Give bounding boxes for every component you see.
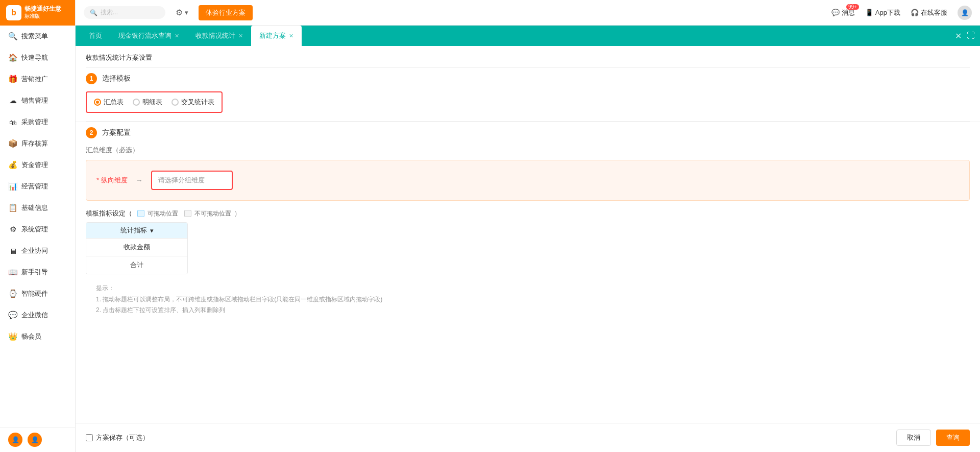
- save-plan-checkbox[interactable]: 方案保存（可选）: [86, 433, 149, 442]
- template-box: 汇总表 明细表 交叉统计表: [86, 91, 223, 113]
- service-label: 在线客服: [921, 8, 947, 17]
- sidebar-item-label: 系统管理: [21, 225, 48, 234]
- query-button[interactable]: 查询: [936, 430, 970, 446]
- radio-detail-label: 明细表: [142, 98, 162, 107]
- book-icon: 📖: [8, 268, 17, 277]
- radio-summary-circle: [94, 99, 101, 106]
- tips-section: 提示： 1. 拖动标题栏可以调整布局，不可跨维度或指标区域拖动栏目字段(只能在同…: [86, 276, 970, 323]
- step1-title: 选择模板: [102, 74, 131, 83]
- sidebar-item-operations[interactable]: 📊 经营管理: [0, 176, 75, 197]
- expand-icon[interactable]: ⛶: [967, 31, 975, 41]
- sidebar-item-purchase[interactable]: 🛍 采购管理: [0, 111, 75, 133]
- draggable-box-icon: [137, 210, 144, 217]
- step2-num: 2: [86, 127, 97, 138]
- tab-home[interactable]: 首页: [81, 26, 110, 46]
- money-icon: 💰: [8, 160, 17, 170]
- non-draggable-box-icon: [184, 210, 191, 217]
- sidebar-footer-icon2[interactable]: 👤: [28, 433, 42, 447]
- sidebar-item-label: 资金管理: [21, 160, 48, 170]
- box-icon: 📦: [8, 139, 17, 148]
- sidebar-item-finance[interactable]: 💰 资金管理: [0, 154, 75, 176]
- sidebar-item-system[interactable]: ⚙ 系统管理: [0, 219, 75, 240]
- download-label: App下载: [875, 8, 900, 17]
- tab-bank-flow-label: 现金银行流水查询: [118, 31, 172, 40]
- tab-collection-stat-close[interactable]: ✕: [238, 33, 243, 39]
- sidebar-item-quick-nav[interactable]: 🏠 快速导航: [0, 47, 75, 68]
- search-menu-icon: 🔍: [8, 32, 17, 41]
- sidebar-item-label: 销售管理: [21, 96, 48, 105]
- metrics-row-amount-label: 收款金额: [124, 243, 150, 251]
- tab-collection-stat[interactable]: 收款情况统计 ✕: [187, 26, 251, 46]
- metrics-table: 统计指标 ▾ 收款金额 合计: [86, 222, 188, 274]
- sidebar-item-corp-collab[interactable]: 🖥 企业协同: [0, 240, 75, 261]
- industry-btn[interactable]: 体验行业方案: [199, 5, 253, 20]
- cancel-button[interactable]: 取消: [896, 430, 931, 446]
- arrow-icon: →: [136, 176, 143, 184]
- metrics-table-header[interactable]: 统计指标 ▾: [86, 223, 187, 239]
- sidebar-item-inventory[interactable]: 📦 库存核算: [0, 133, 75, 154]
- step1-header: 1 选择模板: [86, 73, 970, 84]
- content-area: 收款情况统计方案设置 1 选择模板 汇总表 明: [76, 46, 980, 452]
- sidebar-item-sales[interactable]: ☁ 销售管理: [0, 90, 75, 111]
- radio-detail[interactable]: 明细表: [133, 98, 162, 107]
- sidebar-item-guide[interactable]: 📖 新手引导: [0, 261, 75, 283]
- service-btn[interactable]: 🎧 在线客服: [911, 8, 947, 17]
- close-tab-icon[interactable]: ✕: [955, 31, 962, 41]
- sidebar-item-smart-hw[interactable]: ⌚ 智能硬件: [0, 283, 75, 304]
- sidebar-item-search-menu[interactable]: 🔍 搜索菜单: [0, 26, 75, 47]
- tabs-right-controls: ✕ ⛶: [955, 31, 975, 41]
- search-box[interactable]: 🔍 搜索...: [84, 6, 165, 19]
- sidebar: b 畅捷通好生意 标准版 🔍 搜索菜单 🏠 快速导航 🎁 营销推广 ☁ 销售管理…: [0, 0, 76, 452]
- tab-new-plan[interactable]: 新建方案 ✕: [251, 26, 302, 46]
- message-badge: 99+: [846, 4, 859, 10]
- dropdown-icon[interactable]: ▾: [185, 9, 188, 16]
- sidebar-logo-sub: 标准版: [24, 13, 61, 20]
- sidebar-item-label: 快速导航: [21, 53, 48, 62]
- footer: 方案保存（可选） 取消 查询: [76, 423, 980, 452]
- dimension-placeholder: 请选择分组维度: [158, 176, 205, 184]
- settings-icon[interactable]: ⚙: [176, 8, 183, 17]
- sidebar-item-basic-info[interactable]: 📋 基础信息: [0, 197, 75, 219]
- tab-collection-stat-label: 收款情况统计: [195, 31, 235, 40]
- tab-bank-flow-close[interactable]: ✕: [175, 33, 179, 39]
- tab-bank-flow[interactable]: 现金银行流水查询 ✕: [110, 26, 187, 46]
- download-btn[interactable]: 📱 App下载: [865, 8, 900, 17]
- sidebar-item-label: 新手引导: [21, 268, 48, 277]
- message-btn[interactable]: 💬 消息 99+: [831, 8, 855, 17]
- tip1: 1. 拖动标题栏可以调整布局，不可跨维度或指标区域拖动栏目字段(只能在同一维度或…: [96, 294, 382, 305]
- monitor-icon: 🖥: [8, 247, 17, 255]
- tab-new-plan-close[interactable]: ✕: [289, 33, 293, 39]
- save-plan-label: 方案保存（可选）: [96, 433, 149, 442]
- metrics-label-text: 模板指标设定（: [86, 209, 132, 218]
- sidebar-footer-icon1[interactable]: 👤: [8, 433, 22, 447]
- sidebar-item-marketing[interactable]: 🎁 营销推广: [0, 68, 75, 90]
- sidebar-item-corp-wechat[interactable]: 💬 企业微信: [0, 304, 75, 326]
- step1-section: 1 选择模板 汇总表 明细表: [76, 68, 980, 121]
- step2-header: 2 方案配置: [86, 127, 970, 138]
- sidebar-item-member[interactable]: 👑 畅会员: [0, 326, 75, 347]
- radio-cross[interactable]: 交叉统计表: [172, 98, 214, 107]
- user-avatar[interactable]: 👤: [958, 6, 972, 20]
- metrics-col-label: 统计指标: [120, 226, 147, 235]
- gift-icon: 🎁: [8, 75, 17, 84]
- hint-suffix: ）: [234, 209, 240, 218]
- sidebar-item-label: 搜索菜单: [21, 32, 48, 41]
- header: 🔍 搜索... ⚙ ▾ 体验行业方案 💬 消息 99+ 📱 App下载 🎧 在线…: [76, 0, 980, 26]
- save-plan-input[interactable]: [86, 434, 93, 441]
- headset-icon: 🎧: [911, 9, 919, 16]
- download-icon: 📱: [865, 9, 873, 16]
- dimension-area: * 纵向维度 → 请选择分组维度: [86, 160, 970, 201]
- hint-non-draggable-label: 不可拖动位置: [194, 209, 231, 218]
- home-icon: 🏠: [8, 53, 17, 62]
- page-title: 收款情况统计方案设置: [76, 46, 980, 67]
- watch-icon: ⌚: [8, 289, 17, 298]
- radio-summary[interactable]: 汇总表: [94, 98, 124, 107]
- crown-icon: 👑: [8, 332, 17, 341]
- step1-num: 1: [86, 73, 97, 84]
- metrics-row-total-label: 合计: [130, 261, 143, 269]
- dimension-selector[interactable]: 请选择分组维度: [151, 171, 233, 190]
- search-placeholder: 搜索...: [101, 8, 118, 17]
- message-icon: 💬: [831, 9, 840, 16]
- tab-home-label: 首页: [89, 31, 102, 40]
- metrics-dropdown-icon[interactable]: ▾: [150, 227, 154, 234]
